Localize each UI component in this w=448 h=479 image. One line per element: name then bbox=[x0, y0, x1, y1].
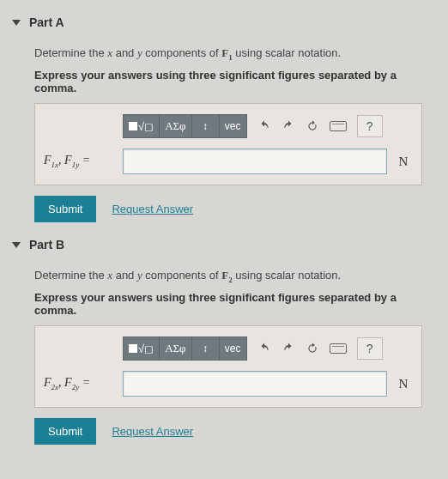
chevron-down-icon bbox=[12, 242, 21, 248]
instruction-text: Express your answers using three signifi… bbox=[34, 291, 436, 317]
template-button[interactable]: √◻ bbox=[123, 337, 160, 361]
answer-row: F1x, F1y = N bbox=[44, 149, 413, 174]
keyboard-button[interactable] bbox=[324, 337, 352, 361]
answer-panel: √◻ ΑΣφ ↕ vec ? F1x, F1y = N bbox=[34, 103, 422, 185]
instruction-text: Express your answers using three signifi… bbox=[34, 69, 436, 94]
part-header[interactable]: Part A bbox=[10, 15, 436, 29]
chevron-down-icon bbox=[12, 20, 21, 26]
reset-button[interactable] bbox=[300, 114, 324, 138]
part-title: Part B bbox=[29, 238, 64, 252]
submit-button[interactable]: Submit bbox=[34, 418, 96, 445]
keyboard-button[interactable] bbox=[324, 114, 352, 138]
part-title: Part A bbox=[29, 15, 64, 29]
undo-icon bbox=[258, 343, 270, 355]
action-row: Submit Request Answer bbox=[34, 418, 436, 445]
unit-label: N bbox=[394, 155, 413, 169]
unit-label: N bbox=[394, 377, 413, 391]
part-header[interactable]: Part B bbox=[10, 238, 436, 252]
template-button[interactable]: √◻ bbox=[123, 114, 160, 138]
supsub-button[interactable]: ↕ bbox=[192, 337, 220, 361]
greek-button[interactable]: ΑΣφ bbox=[160, 337, 191, 361]
redo-icon bbox=[282, 120, 294, 132]
answer-row: F2x, F2y = N bbox=[44, 371, 413, 397]
submit-button[interactable]: Submit bbox=[34, 196, 96, 222]
vec-button[interactable]: vec bbox=[220, 114, 247, 138]
part-b: Part B Determine the x and y components … bbox=[10, 238, 436, 445]
redo-button[interactable] bbox=[276, 114, 300, 138]
undo-button[interactable] bbox=[252, 337, 276, 361]
supsub-button[interactable]: ↕ bbox=[192, 114, 220, 138]
request-answer-link[interactable]: Request Answer bbox=[112, 425, 193, 438]
part-a: Part A Determine the x and y components … bbox=[10, 15, 436, 222]
answer-panel: √◻ ΑΣφ ↕ vec ? F2x, F2y = N bbox=[34, 325, 422, 408]
reset-button[interactable] bbox=[300, 337, 324, 361]
redo-button[interactable] bbox=[276, 337, 300, 361]
help-icon: ? bbox=[366, 342, 373, 355]
prompt-text: Determine the x and y components of F2 u… bbox=[34, 267, 436, 286]
greek-button[interactable]: ΑΣφ bbox=[160, 114, 191, 138]
answer-input[interactable] bbox=[123, 149, 387, 174]
equation-toolbar: √◻ ΑΣφ ↕ vec ? bbox=[123, 114, 413, 138]
redo-icon bbox=[282, 343, 294, 355]
answer-input[interactable] bbox=[123, 371, 387, 397]
reset-icon bbox=[306, 343, 318, 355]
undo-icon bbox=[258, 120, 270, 132]
help-icon: ? bbox=[366, 119, 373, 133]
prompt-text: Determine the x and y components of F1 u… bbox=[34, 45, 436, 64]
vec-button[interactable]: vec bbox=[220, 337, 247, 361]
variable-label: F1x, F1y = bbox=[44, 154, 116, 169]
help-button[interactable]: ? bbox=[357, 337, 383, 360]
reset-icon bbox=[306, 120, 318, 132]
equation-toolbar: √◻ ΑΣφ ↕ vec ? bbox=[123, 337, 413, 361]
keyboard-icon bbox=[330, 121, 347, 131]
request-answer-link[interactable]: Request Answer bbox=[112, 203, 193, 215]
action-row: Submit Request Answer bbox=[34, 196, 436, 222]
help-button[interactable]: ? bbox=[357, 115, 383, 137]
keyboard-icon bbox=[330, 343, 347, 354]
undo-button[interactable] bbox=[252, 114, 276, 138]
variable-label: F2x, F2y = bbox=[44, 376, 116, 391]
